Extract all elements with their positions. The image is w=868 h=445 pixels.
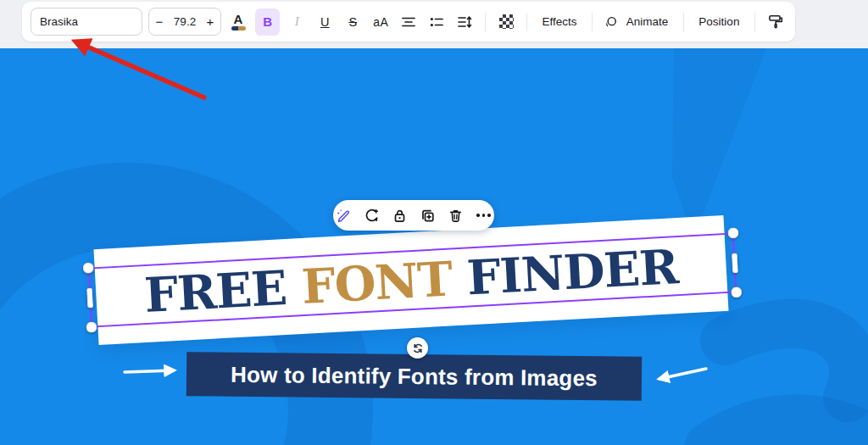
stretch-handle-right[interactable] (732, 253, 738, 273)
align-center-button[interactable] (398, 8, 420, 36)
text-color-icon: A (234, 14, 243, 25)
more-options-button[interactable] (476, 207, 492, 224)
font-size-decrease-button[interactable]: − (149, 14, 170, 29)
delete-button[interactable] (448, 207, 465, 224)
magic-edit-button[interactable] (336, 207, 353, 224)
stretch-handle-left[interactable] (86, 287, 93, 308)
resize-handle-top-left[interactable] (82, 262, 94, 274)
delete-icon (448, 208, 464, 224)
effects-button[interactable]: Effects (537, 8, 582, 36)
animate-button[interactable]: Animate (602, 8, 674, 36)
comment-button[interactable] (364, 207, 381, 224)
duplicate-button[interactable] (420, 207, 437, 224)
font-size-input[interactable] (170, 15, 200, 28)
line-spacing-icon (457, 14, 472, 30)
lock-icon (392, 208, 408, 224)
position-button[interactable]: Position (693, 8, 744, 36)
copy-style-button[interactable] (765, 8, 787, 36)
text-color-swatch (231, 26, 246, 31)
more-icon (476, 214, 491, 217)
bold-button[interactable]: B (255, 8, 280, 36)
line-spacing-button[interactable] (453, 8, 476, 36)
toolbar-separator (754, 13, 755, 31)
font-size-increase-button[interactable]: + (200, 14, 220, 29)
text-color-button[interactable]: A (227, 8, 249, 36)
subtitle-banner[interactable]: How to Identify Fonts from Images (186, 352, 643, 401)
italic-icon: I (295, 14, 299, 29)
text-toolbar: − + A B I U S aA (22, 2, 795, 42)
transparency-button[interactable] (495, 8, 517, 36)
paint-roller-icon (767, 13, 784, 31)
toolbar-separator (592, 13, 593, 31)
letter-case-icon: aA (373, 15, 388, 29)
transparency-icon (499, 14, 514, 29)
rotate-handle[interactable] (407, 337, 428, 359)
toolbar-separator (526, 13, 527, 31)
font-size-stepper: − + (148, 8, 221, 36)
align-center-icon (401, 14, 416, 30)
font-name-input[interactable] (31, 8, 142, 36)
underline-icon: U (320, 15, 329, 29)
rotate-icon (412, 342, 424, 354)
magic-edit-pencil-icon (336, 208, 352, 224)
bold-icon: B (263, 14, 272, 29)
strikethrough-button[interactable]: S (342, 8, 364, 36)
bulleted-list-icon (429, 14, 444, 30)
bulleted-list-button[interactable] (426, 8, 448, 36)
letter-case-button[interactable]: aA (370, 8, 392, 36)
strikethrough-icon: S (348, 15, 357, 29)
duplicate-icon (420, 208, 436, 224)
animate-icon (604, 14, 618, 30)
element-context-toolbar (333, 200, 494, 231)
lock-button[interactable] (392, 207, 409, 224)
subtitle-text: How to Identify Fonts from Images (231, 361, 598, 392)
toolbar-separator (485, 13, 486, 31)
underline-button[interactable]: U (314, 8, 336, 36)
italic-button[interactable]: I (286, 8, 308, 36)
design-canvas[interactable]: FREEFONTFINDER (0, 48, 868, 445)
toolbar-separator (683, 13, 684, 31)
comment-icon (364, 208, 380, 224)
